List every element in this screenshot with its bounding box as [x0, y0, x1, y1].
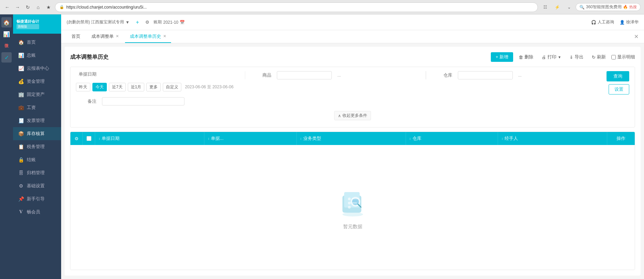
close-all-tabs-button[interactable]: ✕	[634, 33, 639, 40]
print-button[interactable]: 🖨 打印 ▼	[539, 53, 564, 62]
qr-code-icon[interactable]: ☷	[541, 4, 550, 10]
th-checkbox[interactable]	[83, 132, 95, 145]
add-company-button[interactable]: +	[134, 19, 141, 26]
th-warehouse[interactable]: ↕ 仓库	[406, 132, 498, 145]
sort-icon-date: ↕	[99, 137, 100, 141]
user-service-btn[interactable]: 🎧 人工咨询	[591, 19, 614, 25]
home-button[interactable]: ⌂	[34, 3, 42, 11]
tab-cost-adjust-history[interactable]: 成本调整单历史 ✕	[125, 31, 171, 43]
address-bar[interactable]: 🔒 https://cloud.chanjet.com/accounting/u…	[55, 2, 538, 12]
date-btn-7days[interactable]: 近7天	[109, 83, 126, 91]
select-all-checkbox[interactable]	[87, 136, 91, 141]
inventory-icon: 📦	[18, 131, 24, 136]
sidebar-item-closing-label: 结账	[27, 157, 36, 163]
collapse-filter-button[interactable]: ∧ 收起更多条件	[334, 111, 371, 120]
icon-bar-check[interactable]: ✓	[1, 52, 12, 63]
sidebar-item-archive[interactable]: 🗄 归档管理	[13, 166, 61, 179]
date-btn-yesterday[interactable]: 昨天	[76, 83, 90, 91]
th-date[interactable]: ↕ 单据日期	[95, 132, 204, 145]
sidebar: 畅捷通好会计 旗舰版 🏠 首页 📊 总账 📈 云报表中心 💰 资金管理	[13, 14, 61, 279]
tab-cost-adjust-close[interactable]: ✕	[116, 34, 119, 38]
sidebar-item-salary[interactable]: 💼 工资	[13, 101, 61, 114]
sidebar-item-reports-label: 云报表中心	[27, 65, 49, 71]
refresh-button[interactable]: ↻ 刷新	[589, 53, 609, 62]
tab-cost-adjust[interactable]: 成本调整单 ✕	[87, 31, 124, 43]
warehouse-filter-label: 仓库	[432, 72, 452, 78]
delete-button[interactable]: 🗑 删除	[516, 53, 536, 62]
user-service-label: 人工咨询	[598, 19, 614, 25]
sidebar-item-vip[interactable]: V 畅会员	[13, 205, 61, 219]
export-button[interactable]: ⇓ 导出	[567, 53, 586, 62]
sidebar-nav: 🏠 首页 📊 总账 📈 云报表中心 💰 资金管理 🏢 固定资产 💼 工资	[13, 34, 61, 279]
sidebar-item-inventory[interactable]: 📦 库存核算	[13, 127, 61, 140]
settings-gear-icon[interactable]: ⚙	[145, 20, 149, 25]
th-handler[interactable]: ↕ 经手人	[498, 132, 607, 145]
date-btn-1month[interactable]: 近1月	[128, 83, 145, 91]
sidebar-item-invoice[interactable]: 🧾 发票管理	[13, 114, 61, 127]
goods-filter-label: 商品	[251, 72, 271, 78]
user-profile-btn[interactable]: 👤 徐泽华	[620, 19, 639, 25]
empty-illustration	[336, 185, 370, 220]
sidebar-item-invoice-label: 发票管理	[27, 118, 45, 124]
icon-bar-chart[interactable]: 📊	[1, 29, 12, 39]
date-btn-custom[interactable]: 自定义	[163, 83, 181, 91]
goods-filter-input[interactable]	[277, 71, 332, 79]
empty-text: 暂元数据	[343, 224, 362, 230]
sidebar-item-closing[interactable]: 🔒 结账	[13, 153, 61, 166]
sidebar-item-fixed[interactable]: 🏢 固定资产	[13, 88, 61, 101]
th-biztype[interactable]: ↕ 业务类型	[297, 132, 406, 145]
icon-bar-app[interactable]: 🏠	[1, 17, 12, 27]
display-toggle[interactable]: 显示明细	[611, 54, 635, 60]
note-filter-label: 备注	[76, 98, 97, 104]
date-btn-more[interactable]: 更多	[146, 83, 161, 91]
sidebar-item-home[interactable]: 🏠 首页	[13, 36, 61, 49]
print-label: 打印	[547, 54, 556, 60]
th-settings[interactable]: ⚙	[70, 132, 83, 145]
browser-chrome: ← → ↻ ⌂ ★ 🔒 https://cloud.chanjet.com/ac…	[0, 0, 644, 14]
tab-cost-adjust-history-close[interactable]: ✕	[163, 34, 166, 38]
filter-left-col: 单据日期 昨天 今天 近7天 近1月 更多 自定义 2023-06-06 至 2…	[76, 71, 245, 91]
period-value: 2021-10	[163, 20, 178, 25]
user-icon: 👤	[620, 20, 625, 25]
search-box[interactable]: 🔍 360智能抠图免费用 🔥 热搜	[576, 3, 641, 11]
warehouse-dots[interactable]: ...	[518, 73, 522, 78]
sidebar-item-ledger[interactable]: 📊 总账	[13, 49, 61, 62]
sidebar-item-guide[interactable]: 📌 新手引导	[13, 192, 61, 205]
period-calendar-icon[interactable]: 📅	[180, 20, 185, 25]
goods-dots[interactable]: ...	[337, 73, 341, 78]
date-range-text: 2023-06-06 至 2023-06-06	[185, 84, 233, 90]
display-toggle-checkbox[interactable]	[611, 55, 616, 59]
funds-icon: 💰	[18, 79, 24, 84]
sidebar-item-tax[interactable]: 📋 税务管理	[13, 140, 61, 153]
reports-icon: 📈	[18, 66, 24, 71]
note-filter-input[interactable]	[102, 97, 184, 105]
lightning-icon[interactable]: ⚡	[552, 4, 563, 10]
sidebar-item-funds[interactable]: 💰 资金管理	[13, 75, 61, 88]
th-number-label: 单据...	[211, 135, 224, 142]
sidebar-logo: 畅捷通好会计 旗舰版	[13, 14, 61, 34]
th-number[interactable]: ↕ 单据...	[204, 132, 297, 145]
date-btn-today[interactable]: 今天	[92, 83, 107, 91]
filter-settings-button[interactable]: 设置	[609, 84, 629, 94]
svg-rect-10	[352, 202, 357, 203]
export-icon: ⇓	[569, 55, 573, 60]
sidebar-item-settings[interactable]: ⚙ 基础设置	[13, 179, 61, 192]
page-title: 成本调整单历史	[70, 54, 109, 61]
icon-bar-weibo[interactable]: 微	[1, 41, 12, 51]
dropdown-icon[interactable]: ⌄	[565, 4, 574, 10]
bookmark-button[interactable]: ★	[45, 3, 52, 11]
vip-icon: V	[18, 209, 24, 215]
forward-button[interactable]: →	[14, 3, 21, 11]
warehouse-filter-input[interactable]	[458, 71, 513, 79]
query-button[interactable]: 查询	[607, 71, 629, 81]
new-button[interactable]: + 新增	[491, 52, 513, 62]
sidebar-item-reports[interactable]: 📈 云报表中心	[13, 62, 61, 75]
refresh-button[interactable]: ↻	[24, 3, 32, 11]
logo-badge: 旗舰版	[16, 24, 39, 29]
print-icon: 🖨	[542, 55, 546, 60]
hot-text: 热搜	[629, 4, 637, 10]
company-selector[interactable]: (勿删勿禁用) 江西服宝测试专用 ▼	[67, 19, 129, 25]
tab-home[interactable]: 首页	[67, 31, 85, 43]
print-dropdown-icon: ▼	[558, 55, 561, 59]
back-button[interactable]: ←	[3, 3, 11, 11]
